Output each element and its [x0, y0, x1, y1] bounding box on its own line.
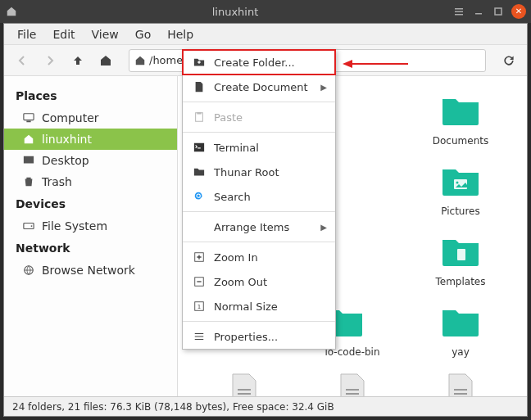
- cm-label: Terminal: [214, 142, 259, 154]
- cm-label: Properties...: [214, 331, 278, 343]
- file-bash-history[interactable]: .bash_history: [194, 373, 294, 396]
- menu-edit[interactable]: Edit: [44, 25, 83, 43]
- forward-button[interactable]: [39, 49, 61, 72]
- sidebar-item-label: File System: [42, 219, 107, 233]
- sidebar-item-label: Computer: [42, 111, 99, 124]
- cm-separator: [183, 102, 335, 102]
- cm-label: Create Document: [214, 81, 308, 93]
- cm-label: Normal Size: [214, 300, 278, 313]
- menu-icon[interactable]: [452, 5, 465, 18]
- doc-plus-icon: [193, 80, 206, 93]
- file-label: Templates: [435, 276, 485, 287]
- sidebar-item-desktop[interactable]: Desktop: [4, 150, 177, 171]
- cm-search[interactable]: Search: [183, 184, 335, 209]
- maximize-button[interactable]: [492, 5, 505, 18]
- cm-arrange-items[interactable]: Arrange Items ▶: [183, 215, 335, 239]
- sidebar-item-trash[interactable]: Trash: [4, 171, 177, 192]
- svg-rect-13: [457, 249, 465, 260]
- svg-rect-4: [495, 8, 502, 15]
- menubar: File Edit View Go Help: [4, 24, 527, 45]
- svg-rect-5: [24, 114, 34, 120]
- up-button[interactable]: [66, 49, 89, 72]
- status-text: 24 folders, 21 files: 76.3 KiB (78,148 b…: [12, 401, 334, 413]
- sidebar-heading-devices: Devices: [4, 192, 177, 215]
- titlebar: linuxhint ✕: [0, 0, 531, 23]
- minimize-button[interactable]: [472, 5, 485, 18]
- sidebar-item-filesystem[interactable]: File System: [4, 215, 177, 237]
- folder-yay[interactable]: yay: [411, 302, 511, 358]
- text-file-icon: [225, 373, 264, 396]
- sidebar-item-computer[interactable]: Computer: [4, 107, 177, 129]
- folder-documents[interactable]: Documents: [411, 91, 511, 147]
- close-button[interactable]: ✕: [511, 4, 526, 19]
- desktop-icon: [22, 154, 35, 167]
- normal-size-icon: 1: [193, 300, 206, 313]
- folder-picture-icon: [441, 161, 480, 201]
- cm-label: Search: [214, 191, 251, 203]
- globe-icon: [22, 264, 35, 277]
- file-bash-logout[interactable]: .bash_logout: [302, 373, 402, 396]
- cm-thunar-root[interactable]: Thunar Root: [183, 160, 335, 184]
- cm-separator: [183, 132, 335, 133]
- home-icon: [22, 133, 35, 146]
- submenu-arrow-icon: ▶: [320, 223, 327, 232]
- cm-label: Zoom Out: [214, 276, 267, 288]
- path-text: /home: [149, 54, 183, 66]
- sidebar: Places Computer linuxhint Desktop Trash …: [4, 76, 178, 396]
- home-button[interactable]: [94, 49, 117, 72]
- window-title: linuxhint: [18, 6, 452, 18]
- cm-label: Zoom In: [214, 251, 258, 264]
- cm-normal-size[interactable]: 1 Normal Size: [183, 294, 335, 318]
- text-file-icon: [441, 373, 480, 396]
- search-icon: [193, 190, 206, 203]
- cm-zoom-in[interactable]: Zoom In: [183, 245, 335, 269]
- file-label: Pictures: [441, 205, 480, 217]
- file-bash-profile[interactable]: .bash_profile: [411, 373, 511, 396]
- menu-go[interactable]: Go: [127, 25, 159, 43]
- folder-pictures[interactable]: Pictures: [411, 161, 511, 217]
- svg-rect-15: [197, 112, 201, 115]
- menu-file[interactable]: File: [9, 25, 44, 43]
- folder-icon: [441, 302, 480, 341]
- cm-zoom-out[interactable]: Zoom Out: [183, 269, 335, 294]
- folder-templates[interactable]: Templates: [411, 232, 511, 287]
- cm-create-document[interactable]: Create Document ▶: [183, 75, 335, 99]
- cm-create-folder[interactable]: Create Folder...: [183, 50, 335, 75]
- cm-properties[interactable]: Properties...: [183, 324, 335, 349]
- disk-icon: [22, 219, 35, 233]
- app-icon: [5, 5, 18, 18]
- svg-rect-0: [455, 8, 463, 10]
- svg-text:1: 1: [197, 304, 201, 310]
- statusbar: 24 folders, 21 files: 76.3 KiB (78,148 b…: [4, 396, 527, 416]
- svg-rect-6: [26, 121, 30, 123]
- zoom-out-icon: [193, 275, 206, 288]
- cm-separator: [183, 211, 335, 212]
- cm-label: Arrange Items: [214, 221, 289, 233]
- svg-point-9: [31, 225, 33, 227]
- sidebar-item-linuxhint[interactable]: linuxhint: [4, 129, 177, 150]
- cm-label: Create Folder...: [214, 56, 295, 69]
- trash-icon: [22, 175, 35, 188]
- cm-paste: Paste: [183, 105, 335, 129]
- folder-icon: [193, 165, 206, 178]
- folder-templates-icon: [441, 232, 480, 271]
- reload-button[interactable]: [497, 49, 520, 72]
- sidebar-item-browse-network[interactable]: Browse Network: [4, 260, 177, 281]
- back-button[interactable]: [11, 49, 34, 72]
- file-label: yay: [452, 346, 470, 358]
- cm-terminal[interactable]: Terminal: [183, 135, 335, 160]
- cm-label: Thunar Root: [214, 166, 279, 178]
- context-menu: Create Folder... Create Document ▶ Paste…: [182, 49, 336, 350]
- folder-plus-icon: [193, 56, 206, 69]
- svg-rect-2: [455, 14, 463, 16]
- menu-view[interactable]: View: [84, 25, 127, 43]
- svg-point-12: [456, 182, 459, 184]
- submenu-arrow-icon: ▶: [320, 83, 327, 92]
- cm-separator: [183, 242, 335, 242]
- home-icon: [134, 55, 146, 66]
- properties-icon: [193, 330, 206, 343]
- folder-icon: [441, 91, 480, 130]
- zoom-in-icon: [193, 251, 206, 264]
- file-label: Documents: [433, 135, 488, 147]
- menu-help[interactable]: Help: [159, 25, 202, 43]
